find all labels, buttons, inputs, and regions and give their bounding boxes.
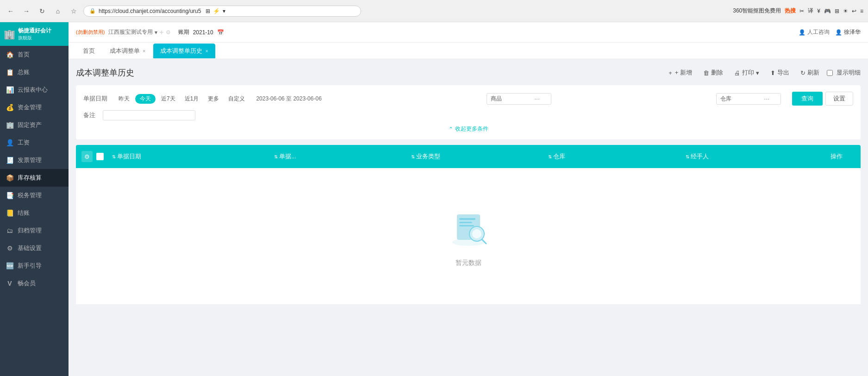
user-name: 徐泽华 [844, 28, 861, 36]
funds-icon: 💰 [6, 104, 14, 111]
translate-icon[interactable]: 译 [808, 7, 813, 15]
nav-label-reports: 云报表中心 [18, 86, 48, 94]
export-button[interactable]: ⬆ 导出 [767, 67, 793, 79]
date-btn-7days[interactable]: 近7天 [157, 94, 179, 104]
tab-home-label: 首页 [83, 47, 95, 55]
empty-icon [445, 205, 492, 251]
sidebar-nav: 🏠 首页 📋 总账 📊 云报表中心 💰 资金管理 🏢 固定资产 👤 工资 [0, 46, 69, 376]
sidebar-item-inventory[interactable]: 📦 库存核算 [0, 169, 69, 187]
col-header-date[interactable]: ⇅ 单据日期 [107, 149, 266, 164]
scissors-icon[interactable]: ✂ [799, 8, 804, 14]
forward-button[interactable]: → [20, 5, 32, 17]
print-button[interactable]: 🖨 打印 ▾ [731, 67, 763, 79]
date-btn-1month[interactable]: 近1月 [181, 94, 203, 104]
col-header-no[interactable]: ⇅ 单据... [269, 149, 403, 164]
export-icon: ⬆ [770, 69, 775, 76]
sidebar-item-member[interactable]: V 畅会员 [0, 275, 69, 292]
calendar-icon: 📅 [217, 29, 224, 36]
note-filter-label: 备注 [83, 111, 95, 119]
menu-icon[interactable]: ≡ [860, 8, 863, 14]
sidebar-item-payroll[interactable]: 👤 工资 [0, 134, 69, 151]
wallet-icon[interactable]: ¥ [817, 8, 820, 14]
logo-text: 畅捷通好会计 [18, 27, 51, 35]
filter-row-date: 单据日期 昨天 今天 近7天 近1月 更多 自定义 2023-06-06 至 2… [83, 92, 853, 106]
collapse-button[interactable]: ⌃ 收起更多条件 [449, 125, 488, 133]
sidebar-item-close[interactable]: 📒 结账 [0, 204, 69, 222]
tab-cost-adjust-close[interactable]: × [143, 48, 145, 54]
sidebar-item-settings[interactable]: ⚙ 基础设置 [0, 239, 69, 257]
data-table-container: ⚙ ⇅ 单据日期 ⇅ 单据... ⇅ 业务类型 ⇅ [76, 145, 861, 304]
print-dropdown-icon[interactable]: ▾ [756, 69, 759, 76]
col-header-warehouse[interactable]: ⇅ 仓库 [543, 149, 677, 164]
warehouse-dots-icon[interactable]: ··· [764, 95, 769, 102]
show-columns-checkbox[interactable] [827, 70, 833, 76]
service-button[interactable]: 👤 人工咨询 [799, 28, 830, 36]
refresh-button[interactable]: ↻ [36, 5, 48, 17]
brightness-icon[interactable]: ☀ [843, 8, 848, 14]
sidebar-logo: 🏢 畅捷通好会计 旗舰版 [0, 22, 69, 46]
plus-icon: + [668, 69, 672, 76]
dropdown-icon[interactable]: ▾ [223, 8, 225, 14]
address-bar[interactable]: 🔒 https://cloud.chanjet.com/accounting/u… [83, 6, 361, 17]
tab-cost-adjust-history-close[interactable]: × [205, 48, 208, 54]
date-btn-yesterday[interactable]: 昨天 [115, 94, 133, 104]
svg-rect-4 [459, 225, 474, 226]
tax-icon: 📑 [6, 192, 14, 199]
undo-icon[interactable]: ↩ [852, 8, 856, 14]
star-button[interactable]: ☆ [68, 5, 80, 17]
new-button[interactable]: + + 新增 [665, 67, 696, 79]
main-sidebar: 🏢 畅捷通好会计 旗舰版 🏠 首页 📋 总账 📊 云报表中心 💰 资金管理 [0, 22, 69, 376]
nav-label-member: 畅会员 [18, 279, 36, 288]
search-label[interactable]: 360智能抠图免费用 [733, 7, 781, 15]
tab-cost-adjust[interactable]: 成本调整单 × [103, 44, 152, 58]
top-bar: (勿删勿禁用) 江西服宝测试专用 ▾ + ⚙ 账期 2021-10 📅 👤 人工… [69, 22, 868, 43]
game-icon[interactable]: 🎮 [824, 8, 831, 14]
sidebar-item-archive[interactable]: 🗂 归档管理 [0, 222, 69, 239]
search-button[interactable]: 查询 [792, 92, 823, 106]
hot-search-label[interactable]: 热搜 [785, 7, 796, 15]
ledger-icon: 📋 [6, 69, 14, 76]
reports-icon: 📊 [6, 86, 14, 94]
collapse-chevron-icon: ⌃ [449, 126, 453, 132]
delete-icon: 🗑 [703, 69, 709, 76]
sidebar-item-guide[interactable]: 🆕 新手引导 [0, 257, 69, 275]
date-btn-today[interactable]: 今天 [135, 94, 156, 104]
company-warning: (勿删勿禁用) [76, 29, 105, 36]
show-columns-toggle[interactable]: 显示明细 [827, 69, 861, 77]
settings-button[interactable]: 设置 [825, 92, 853, 106]
sidebar-item-invoices[interactable]: 🧾 发票管理 [0, 151, 69, 169]
col-header-type[interactable]: ⇅ 业务类型 [406, 149, 540, 164]
company-settings-icon[interactable]: ⚙ [166, 29, 171, 36]
add-company-icon[interactable]: + [159, 28, 163, 37]
sidebar-item-funds[interactable]: 💰 资金管理 [0, 99, 69, 116]
date-range-display: 2023-06-06 至 2023-06-06 [256, 95, 321, 103]
sidebar-item-reports[interactable]: 📊 云报表中心 [0, 81, 69, 99]
home-button[interactable]: ⌂ [52, 5, 64, 17]
refresh-button[interactable]: ↻ 刷新 [797, 67, 823, 79]
sort-up-icon: ⇅ [112, 154, 116, 159]
user-profile[interactable]: 👤 徐泽华 [835, 28, 861, 36]
sidebar-item-tax[interactable]: 📑 税务管理 [0, 187, 69, 204]
goods-dots-icon[interactable]: ··· [534, 95, 540, 102]
goods-filter[interactable]: 商品 ··· [487, 93, 551, 105]
back-button[interactable]: ← [5, 5, 17, 17]
grid-icon[interactable]: ⊞ [835, 8, 839, 14]
toolbar-select-all-checkbox[interactable] [96, 153, 104, 160]
delete-button[interactable]: 🗑 删除 [699, 67, 727, 79]
period-selector[interactable]: 账期 2021-10 📅 [178, 28, 224, 36]
date-btn-custom[interactable]: 自定义 [225, 94, 249, 104]
warehouse-filter[interactable]: 仓库 ··· [716, 93, 781, 105]
sidebar-item-ledger[interactable]: 📋 总账 [0, 63, 69, 81]
logo-sub: 旗舰版 [18, 35, 51, 41]
note-input[interactable] [103, 110, 195, 120]
toolbar-settings-icon[interactable]: ⚙ [81, 151, 93, 162]
sidebar-item-home[interactable]: 🏠 首页 [0, 46, 69, 63]
sidebar-item-assets[interactable]: 🏢 固定资产 [0, 116, 69, 134]
date-btn-more[interactable]: 更多 [204, 94, 223, 104]
guide-icon: 🆕 [6, 262, 14, 269]
company-selector[interactable]: (勿删勿禁用) 江西服宝测试专用 ▾ + ⚙ [76, 28, 171, 37]
member-icon: V [6, 280, 14, 287]
tab-cost-adjust-history[interactable]: 成本调整单历史 × [153, 44, 215, 58]
tab-home[interactable]: 首页 [76, 44, 102, 58]
col-header-operator[interactable]: ⇅ 经手人 [681, 149, 814, 164]
